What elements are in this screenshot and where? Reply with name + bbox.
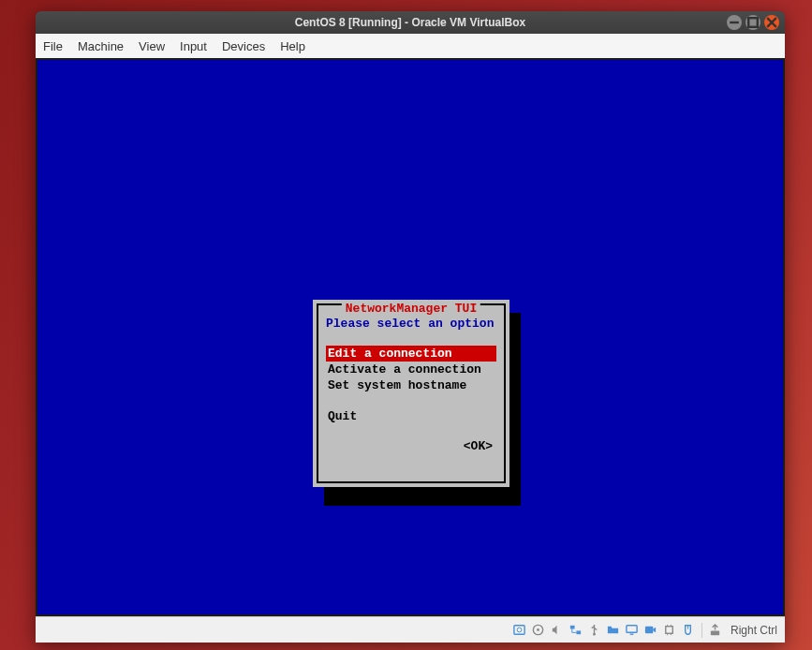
maximize-button[interactable] — [746, 15, 760, 30]
dialog-title: NetworkManager TUI — [342, 302, 480, 316]
virtualbox-window: CentOS 8 [Running] - Oracle VM VirtualBo… — [36, 11, 785, 643]
optical-icon[interactable] — [531, 623, 546, 638]
close-button[interactable] — [764, 15, 779, 30]
dialog-border: NetworkManager TUI — [317, 303, 506, 483]
menu-file[interactable]: File — [43, 39, 63, 53]
menubar: File Machine View Input Devices Help — [36, 34, 785, 58]
minimize-button[interactable] — [727, 15, 742, 30]
keyboard-icon[interactable] — [708, 623, 723, 638]
window-title: CentOS 8 [Running] - Oracle VM VirtualBo… — [295, 16, 525, 29]
audio-icon[interactable] — [550, 623, 565, 638]
menu-view[interactable]: View — [139, 39, 165, 53]
menu-devices[interactable]: Devices — [222, 39, 265, 53]
svg-rect-13 — [645, 627, 653, 634]
svg-point-5 — [518, 628, 523, 632]
svg-rect-20 — [711, 630, 719, 635]
menu-help[interactable]: Help — [280, 39, 305, 53]
usb-icon[interactable] — [587, 623, 602, 638]
shared-folders-icon[interactable] — [606, 623, 621, 638]
svg-rect-1 — [748, 18, 758, 27]
menu-machine[interactable]: Machine — [78, 39, 124, 53]
svg-point-10 — [594, 633, 597, 636]
processor-icon[interactable] — [662, 623, 677, 638]
statusbar: Right Ctrl — [36, 616, 785, 643]
display-icon[interactable] — [625, 623, 640, 638]
vm-display-area[interactable]: NetworkManager TUI Please select an opti… — [36, 58, 785, 616]
nmtui-dialog: NetworkManager TUI Please select an opti… — [313, 300, 509, 487]
menu-input[interactable]: Input — [180, 39, 207, 53]
svg-rect-11 — [627, 626, 637, 633]
svg-point-7 — [538, 628, 540, 631]
svg-rect-9 — [577, 630, 582, 634]
svg-rect-8 — [570, 626, 575, 629]
svg-rect-4 — [514, 626, 524, 634]
recording-icon[interactable] — [643, 623, 658, 638]
network-icon[interactable] — [568, 623, 583, 638]
svg-rect-14 — [666, 627, 673, 634]
status-separator — [701, 623, 702, 638]
harddisk-icon[interactable] — [512, 623, 527, 638]
host-key-label: Right Ctrl — [731, 624, 777, 637]
mouse-integration-icon[interactable] — [681, 623, 696, 638]
titlebar[interactable]: CentOS 8 [Running] - Oracle VM VirtualBo… — [36, 11, 785, 34]
guest-console[interactable]: NetworkManager TUI Please select an opti… — [37, 60, 783, 614]
window-controls — [727, 15, 779, 30]
